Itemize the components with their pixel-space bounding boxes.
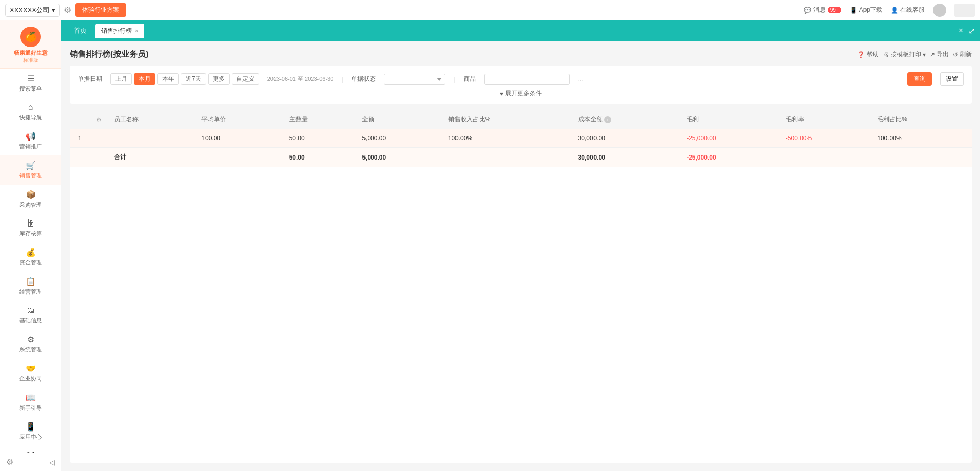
col-rank [70,110,90,129]
page-actions: ❓ 帮助 🖨 按模板打印 ▾ ↗ 导出 ↺ 刷新 [857,50,972,59]
col-quantity: 主数量 [283,110,356,129]
footer-label [70,147,108,167]
table-footer: 合计 50.00 5,000.00 30,000.00 -25,000.00 [70,147,972,167]
help-button[interactable]: ❓ 帮助 [857,50,879,59]
footer-quantity: 50.00 [283,147,356,167]
date-buttons: 上月 本月 本年 近7天 更多 自定义 [110,73,259,85]
sidebar-item-13[interactable]: 💬 企业微信 [0,446,61,453]
query-button[interactable]: 查询 [907,72,932,86]
last-month-button[interactable]: 上月 [110,73,132,85]
expand-more-button[interactable]: ▾ 展开更多条件 [78,86,964,98]
sidebar-footer: ⚙ ◁ [0,453,61,471]
sidebar-settings-icon[interactable]: ⚙ [6,457,13,467]
sidebar-icon-1: ⌂ [28,103,33,112]
service-icon: 👤 [891,7,898,14]
filter-area: 单据日期 上月 本月 本年 近7天 更多 自定义 2023-06-01 至 20… [70,66,972,104]
table-body: 1 100.00 50.00 5,000.00 100.00% 30,000.0… [70,129,972,148]
col-cost: 成本全额 i [572,110,681,129]
table-container: ⚙ 员工名称 平均单价 主数量 全额 销售收入占比% 成本全额 i 毛利 毛利率… [70,110,972,463]
print-button[interactable]: 🖨 按模板打印 ▾ [883,50,926,59]
filter-row-1: 单据日期 上月 本月 本年 近7天 更多 自定义 2023-06-01 至 20… [78,72,964,86]
cell-profit: -25,000.00 [680,129,780,148]
sidebar-label-6: 资金管理 [19,259,42,266]
sidebar-icon-7: 📋 [26,277,36,286]
footer-profit-pct [871,147,972,167]
sidebar-item-0[interactable]: ☰ 搜索菜单 [0,69,61,98]
sidebar-item-12[interactable]: 📱 应用中心 [0,417,61,446]
sidebar-icon-10: 🤝 [26,364,36,373]
sidebar-label-7: 经营管理 [19,288,42,296]
sidebar-item-7[interactable]: 📋 经营管理 [0,272,61,301]
sidebar-label-8: 基础信息 [19,317,42,324]
goods-more-icon[interactable]: ... [578,76,583,83]
trial-button[interactable]: 体验行业方案 [75,3,126,17]
sidebar-nav: ☰ 搜索菜单 ⌂ 快捷导航 📢 营销推广 🛒 销售管理 📦 采购管理 🗄 库存核… [0,69,61,453]
tab-home[interactable]: 首页 [66,23,94,38]
col-avg-price: 平均单价 [195,110,283,129]
sidebar-label-5: 库存核算 [19,230,42,237]
cell-avg-price: 100.00 [195,129,283,148]
sidebar-icon-12: 📱 [26,422,36,432]
print-icon: 🖨 [883,51,889,58]
footer-cost: 30,000.00 [572,147,681,167]
sidebar-item-10[interactable]: 🤝 企业协同 [0,358,61,388]
date-label: 单据日期 [78,75,102,83]
this-month-button[interactable]: 本月 [134,73,155,85]
sidebar-label-10: 企业协同 [19,375,42,383]
logo-text: 畅康通好生意 [14,49,48,57]
recent7-button[interactable]: 近7天 [181,73,206,85]
settings-button[interactable]: 设置 [940,72,964,86]
tab-sales-ranking[interactable]: 销售排行榜 × [95,24,144,38]
sidebar-item-4[interactable]: 📦 采购管理 [0,185,61,214]
sidebar-icon-0: ☰ [27,74,34,83]
sidebar-item-1[interactable]: ⌂ 快捷导航 [0,98,61,126]
tab-close-icon[interactable]: × [135,28,138,34]
sidebar-label-9: 系统管理 [19,346,42,353]
online-service-group[interactable]: 👤 在线客服 [891,6,925,14]
footer-total-label: 合计 [108,147,195,167]
export-button[interactable]: ↗ 导出 [930,50,949,59]
page-header: 销售排行榜(按业务员) ❓ 帮助 🖨 按模板打印 ▾ ↗ 导出 [70,49,972,60]
help-icon: ❓ [857,51,865,58]
expand-icon: ▾ [500,90,503,97]
sidebar-item-6[interactable]: 💰 资金管理 [0,242,61,272]
sidebar-item-5[interactable]: 🗄 库存核算 [0,214,61,242]
logo-icon: 🍊 [20,27,41,47]
custom-button[interactable]: 自定义 [232,73,259,85]
header-row: ⚙ 员工名称 平均单价 主数量 全额 销售收入占比% 成本全额 i 毛利 毛利率… [70,110,972,129]
sidebar-item-11[interactable]: 📖 新手引导 [0,388,61,417]
message-group[interactable]: 💬 消息 99+ [804,6,841,14]
footer-avg-price [195,147,283,167]
settings-gear-icon[interactable]: ⚙ [64,5,71,15]
more-date-button[interactable]: 更多 [208,73,230,85]
refresh-button[interactable]: ↺ 刷新 [953,50,972,59]
goods-input[interactable] [484,74,570,85]
col-sales-pct: 销售收入占比% [442,110,572,129]
col-settings[interactable]: ⚙ [90,110,108,129]
filter-divider: | [341,76,343,83]
sidebar-label-2: 营销推广 [19,143,42,150]
main-area: 首页 销售排行榜 × × ⤢ 销售排行榜(按业务员) ❓ 帮助 [61,20,980,471]
sidebar-item-8[interactable]: 🗂 基础信息 [0,301,61,329]
sidebar-collapse-icon[interactable]: ◁ [49,458,55,466]
app-download-group[interactable]: 📱 App下载 [850,6,882,14]
status-select[interactable] [384,74,445,85]
sidebar-icon-6: 💰 [26,248,36,257]
user-name-area[interactable] [954,4,975,17]
sidebar-item-2[interactable]: 📢 营销推广 [0,126,61,155]
message-icon: 💬 [804,7,811,14]
refresh-icon: ↺ [953,51,958,58]
company-selector[interactable]: XXXXXX公司 ▾ [5,4,60,17]
filter-divider-2: | [453,76,455,83]
chevron-down-icon: ▾ [52,6,55,14]
data-table: ⚙ 员工名称 平均单价 主数量 全额 销售收入占比% 成本全额 i 毛利 毛利率… [70,110,972,167]
sidebar-item-9[interactable]: ⚙ 系统管理 [0,329,61,358]
sidebar-item-3[interactable]: 🛒 销售管理 [0,155,61,185]
footer-sales-pct [442,147,572,167]
cost-info-icon[interactable]: i [604,116,611,123]
window-expand-button[interactable]: ⤢ [968,26,975,36]
window-close-button[interactable]: × [959,26,963,36]
avatar[interactable] [933,4,946,17]
this-year-button[interactable]: 本年 [157,73,179,85]
service-label: 在线客服 [900,6,925,14]
